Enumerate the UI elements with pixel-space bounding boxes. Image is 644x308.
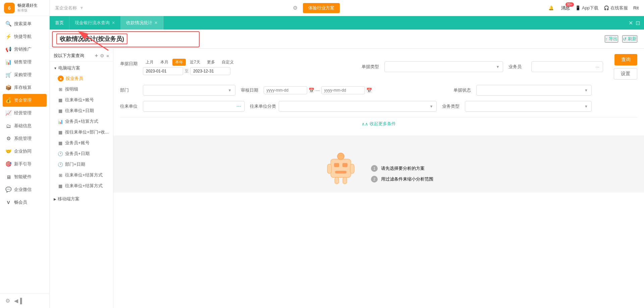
sidebar-item-operation[interactable]: 📈 经营管理 <box>0 107 49 119</box>
scheme-clock-icon-2: 🕐 <box>58 162 63 167</box>
scheme-item-salesperson-date[interactable]: 🕐 业务员+日期 <box>50 148 113 159</box>
tab-home[interactable]: 首页 <box>50 16 69 30</box>
collapse-arrow-icon: ∧∧ <box>362 121 368 126</box>
sidebar-item-guide[interactable]: 🎯 新手引导 <box>0 158 49 170</box>
scheme-item-salesperson-settle[interactable]: 📊 业务员+结算方式 <box>50 116 113 127</box>
desktop-group-header[interactable]: ▼ 电脑端方案 <box>50 63 113 73</box>
sidebar-item-purchase[interactable]: 🛒 采购管理 <box>0 68 49 81</box>
scheme-settings-icon[interactable]: ⚙ <box>100 53 104 58</box>
hardware-icon: 🖥 <box>5 174 11 180</box>
app-download-btn[interactable]: 📱 App下载 <box>575 5 598 11</box>
scheme-item-unit-account[interactable]: ▦ 往来单位+账号 <box>50 95 113 105</box>
salesperson-more-icon[interactable]: ··· <box>595 64 599 69</box>
collapse-label: 收起更多条件 <box>370 121 396 127</box>
user-name[interactable]: Rit <box>633 5 639 10</box>
mobile-group-header[interactable]: ▶ 移动端方案 <box>50 194 113 204</box>
desktop-scheme-group: ▼ 电脑端方案 ● 按业务员 ⊞ 按明细 ▦ 往来单位+账号 ▦ 往 <box>50 62 113 193</box>
svg-rect-1 <box>334 163 339 167</box>
date-to-input[interactable] <box>190 67 230 75</box>
date-tab-last-month[interactable]: 上月 <box>143 59 156 66</box>
salesperson-dropdown[interactable]: ··· <box>531 61 603 72</box>
export-btn[interactable]: ↑ 导出 <box>605 35 619 43</box>
svg-rect-9 <box>343 177 347 184</box>
dept-label: 部门 <box>120 87 140 93</box>
tab-bank-flow[interactable]: 现金银行流水查询 ✕ <box>69 16 121 30</box>
header-gear-icon[interactable]: ⚙ <box>293 5 298 11</box>
counterpart-input[interactable]: ··· <box>143 101 245 112</box>
sidebar-label-purchase: 采购管理 <box>14 72 32 78</box>
tab-bank-flow-close[interactable]: ✕ <box>112 20 115 25</box>
online-service-btn[interactable]: 🎧 在线客服 <box>604 5 628 11</box>
doc-type-label: 单据类型 <box>362 64 382 70</box>
counterpart-dots-icon[interactable]: ··· <box>236 103 241 109</box>
biz-type-dropdown[interactable]: ▼ <box>465 101 592 112</box>
doc-status-dropdown[interactable]: ▼ <box>476 85 592 96</box>
scheme-item-salesperson-date-label: 业务员+日期 <box>65 151 90 157</box>
filter-panel: 单据日期 上月 本月 本年 近7天 更多 自定义 <box>113 49 644 308</box>
logo-main-text: 畅捷通好生 <box>17 3 38 8</box>
doc-type-dropdown-arrow: ▼ <box>496 65 500 69</box>
review-from-calendar-icon[interactable]: 📅 <box>309 88 314 93</box>
scheme-collapse-icon[interactable]: « <box>106 53 109 58</box>
scheme-item-unit-settle2[interactable]: ▦ 往来单位+结算方式 <box>50 181 113 191</box>
trial-btn[interactable]: 体验行业方案 <box>303 3 340 13</box>
tab-collection-stat[interactable]: 收款情况统计 ✕ <box>121 16 163 30</box>
sidebar-item-marketing[interactable]: 📢 营销推广 <box>0 43 49 56</box>
scheme-item-by-detail[interactable]: ⊞ 按明细 <box>50 84 113 95</box>
tab-home-label: 首页 <box>55 20 64 26</box>
guide-icon: 🎯 <box>5 161 11 167</box>
counterpart-cat-dropdown[interactable]: ▼ <box>279 101 437 112</box>
sidebar-item-member[interactable]: V 畅会员 <box>0 196 49 209</box>
sidebar: 6 畅捷通好生 标准版 🔍 搜索菜单 ⚡ 快捷导航 📢 营销推广 📊 销售管理 … <box>0 0 50 308</box>
sidebar-item-base[interactable]: 🗂 基础信息 <box>0 119 49 132</box>
date-tab-more[interactable]: 更多 <box>204 59 218 66</box>
page-title: 收款情况统计(按业务员) <box>56 34 127 44</box>
sidebar-item-search[interactable]: 🔍 搜索菜单 <box>0 17 49 30</box>
sidebar-label-sales: 销售管理 <box>14 59 32 65</box>
counterpart-cat-field: 往来单位分类 ▼ <box>250 101 437 112</box>
date-tabs: 上月 本月 本年 近7天 更多 自定义 <box>143 59 356 66</box>
refresh-btn[interactable]: ↺ 刷新 <box>622 35 637 43</box>
doc-type-dropdown[interactable]: ▼ <box>384 61 503 72</box>
sidebar-item-system[interactable]: ⚙ 系统管理 <box>0 132 49 145</box>
tab-close-all-icon[interactable]: ✕ <box>629 20 633 26</box>
date-tab-last7[interactable]: 近7天 <box>187 59 203 66</box>
date-tab-this-month[interactable]: 本月 <box>158 59 171 66</box>
query-btn[interactable]: 查询 <box>614 54 637 65</box>
desktop-group-arrow-icon: ▼ <box>54 66 57 70</box>
sidebar-label-guide: 新手引导 <box>14 161 32 167</box>
tab-collection-stat-close[interactable]: ✕ <box>154 20 158 25</box>
review-date-to-input[interactable] <box>321 86 365 94</box>
tab-maximize-icon[interactable]: ⊡ <box>636 20 640 26</box>
scheme-item-unit-dept-collect[interactable]: ▦ 按往来单位+部门+收... <box>50 127 113 138</box>
review-date-from-input[interactable] <box>264 86 307 94</box>
sidebar-item-inventory[interactable]: 📦 库存核算 <box>0 81 49 94</box>
scheme-item-dept-date[interactable]: 🕐 部门+日期 <box>50 159 113 170</box>
date-from-input[interactable] <box>143 67 183 75</box>
refresh-icon: ↺ <box>623 37 627 42</box>
sidebar-settings-icon[interactable]: ⚙ <box>5 298 10 304</box>
scheme-table-icon-5: ▦ <box>58 183 63 189</box>
date-tab-this-year[interactable]: 本年 <box>172 59 186 66</box>
scheme-add-icon[interactable]: + <box>95 53 98 59</box>
scheme-item-salesperson-account[interactable]: ▦ 业务员+账号 <box>50 138 113 148</box>
sidebar-item-wechat[interactable]: 💬 企业微信 <box>0 183 49 196</box>
scheme-item-unit-settle1[interactable]: ⊞ 往来单位+结算方式 <box>50 170 113 181</box>
scheme-item-unit-date[interactable]: ▦ 往来单位+日期 <box>50 105 113 116</box>
date-tab-custom[interactable]: 自定义 <box>219 59 236 66</box>
message-btn[interactable]: 🔔 99+ 消息 <box>548 5 570 11</box>
sidebar-item-hardware[interactable]: 🖥 智能硬件 <box>0 170 49 183</box>
sidebar-item-corp[interactable]: 🤝 企业协同 <box>0 145 49 158</box>
date-field-group: 单据日期 上月 本月 本年 近7天 更多 自定义 <box>120 59 356 75</box>
scheme-item-by-salesperson[interactable]: ● 按业务员 <box>50 73 113 84</box>
sidebar-item-finance[interactable]: 💰 资金管理 <box>3 94 47 107</box>
settings-btn[interactable]: 设置 <box>614 68 637 80</box>
collapse-bar[interactable]: ∧∧ 收起更多条件 <box>120 117 637 130</box>
dept-dropdown[interactable]: ▼ <box>143 85 235 96</box>
sidebar-item-quicknav[interactable]: ⚡ 快捷导航 <box>0 30 49 43</box>
review-date-inputs: 📅 — 📅 <box>264 86 448 94</box>
sidebar-collapse-icon[interactable]: ◀▐ <box>14 298 22 304</box>
sidebar-item-sales[interactable]: 📊 销售管理 <box>0 56 49 68</box>
step-2-text: 用过滤条件来缩小分析范围 <box>381 176 433 182</box>
review-to-calendar-icon[interactable]: 📅 <box>366 88 372 93</box>
